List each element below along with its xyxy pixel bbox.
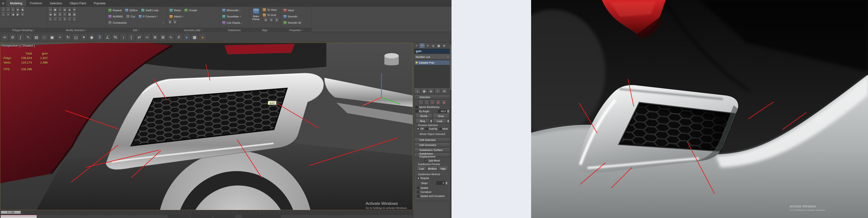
align-x-button[interactable]: X [263,18,268,22]
preview-subobj-radio[interactable]: SubObj [425,127,437,130]
pin-stack-icon[interactable]: ⊥ [414,89,421,94]
mirror-icon[interactable]: ⇄ [135,34,143,41]
edit-geometry-rollout-header[interactable]: +Edit Geometry [414,143,450,147]
select-similar-icon[interactable]: ≈ [63,12,67,16]
ring-shrink-icon[interactable]: ▶ [53,12,57,16]
polygon-modeling-section-label[interactable]: Polygon Modeling▾ [0,28,47,32]
window-crossing-icon[interactable]: ▣ [49,34,56,41]
timeline[interactable]: 0 / 100 [0,210,413,214]
next-modifier-icon[interactable]: ▶ [16,12,20,16]
method-spatial-radio[interactable]: Spatial [417,186,448,189]
geometry-all-section-label[interactable]: Geometry (All)▾ [167,28,219,32]
use-displacement-button[interactable]: Use Displa... [221,20,244,26]
time-slider[interactable]: 0 / 100 [1,211,21,214]
create-tab-icon[interactable]: + [414,43,419,48]
curve-editor-icon[interactable]: ∿ [167,34,175,41]
properties-section-label[interactable]: Properties▾ [281,28,311,32]
preview-multi-radio[interactable]: Multi [439,127,448,130]
align-icon[interactable]: ≍ [144,34,151,41]
swift-loop-button[interactable]: Swift Loop [140,7,160,13]
p-connect-button[interactable]: P Connect▾ [137,14,159,20]
shrink-button[interactable]: Shrink [415,114,432,118]
grow-selection-icon[interactable]: ▣ [53,7,57,12]
repeat-button[interactable]: Repeat [107,7,123,13]
stack-item-editable-poly[interactable]: Editable Poly [414,60,450,65]
tab-freeform[interactable]: Freeform [26,0,46,6]
select-and-scale-icon[interactable]: ◲ [72,34,80,41]
loop-grow-icon[interactable]: ▲ [67,7,72,12]
subdivision-surface-rollout-header[interactable]: +Subdivision Surface [414,148,450,152]
remove-modifier-icon[interactable]: × [434,89,441,94]
hierarchy-tab-icon[interactable]: ≡ [425,43,430,48]
angle-snap-icon[interactable]: ∠ [104,34,111,41]
display-tab-icon[interactable]: ▦ [436,43,441,48]
loop-button[interactable]: Loop [433,119,447,123]
smooth-30-button[interactable]: Smooth 30 [282,20,303,26]
select-by-vertex-icon[interactable]: ∵ [67,17,72,21]
ring-grow-icon[interactable]: ◀ [48,12,53,16]
tab-object-paint[interactable]: Object Paint [66,0,90,6]
spinner-value[interactable]: 3 [436,181,445,185]
unlink-selection-icon[interactable]: ⊘ [9,34,16,41]
attach-button[interactable]: Attach▾ [168,14,185,20]
spinner-snap-icon[interactable]: ↕ [120,34,127,41]
relax-button[interactable]: Relax [168,7,182,13]
make-unique-icon[interactable]: ◈ [428,89,434,94]
hard-edges-button[interactable]: Hard [282,7,295,13]
select-by-numeric-icon[interactable]: # [63,17,67,21]
collapse-stack-icon[interactable]: ≡ [20,12,25,16]
soft-selection-rollout-header[interactable]: +Soft Selection [414,138,450,142]
motion-tab-icon[interactable]: ◎ [431,43,436,48]
collapse-icon[interactable]: − [415,96,418,98]
method-regular-radio[interactable]: Regular [417,177,448,179]
subdivision-section-label[interactable]: Subdivision [219,28,249,32]
make-planar-button[interactable]: Make Planar [251,7,261,27]
modify-selection-section-label[interactable]: Modify Selection▾ [47,28,105,32]
select-and-link-icon[interactable]: ∞ [1,34,8,41]
tessellate-button[interactable]: Tessellate▾ [221,14,242,20]
ignore-backfacing-icon[interactable]: ◐ [72,17,76,21]
dot-loop-icon[interactable]: ⋯ [53,17,57,21]
element-mode-icon[interactable]: ◆ [20,7,25,12]
steps-spinner[interactable]: 3 [436,181,447,185]
preview-off-radio[interactable]: Off [417,127,424,130]
spinner-value[interactable]: 45.0 [438,109,447,113]
tab-selection[interactable]: Selection [46,0,66,6]
use-pivot-center-icon[interactable]: ◉ [88,34,95,41]
viewport[interactable]: Perspective ] [ Shaded ] Totalgum Polys:… [0,43,413,210]
by-angle-checkbox[interactable] [415,110,418,112]
spinner-arrows-icon[interactable] [445,182,447,184]
by-angle-spinner[interactable]: 45.0 [438,109,449,113]
modifier-list-dropdown[interactable]: Modifier List▼ [414,54,450,59]
selection-region-icon[interactable]: □ [40,34,48,41]
material-editor-icon[interactable]: ● [183,34,190,41]
subdivision-displacement-rollout-header[interactable]: −Subdivision Displacement [414,153,450,157]
coordinate-z-field[interactable] [213,215,235,218]
shrink-selection-icon[interactable]: ▭ [48,7,53,12]
select-by-name-icon[interactable]: ▤ [33,34,40,41]
tab-populate[interactable]: Populate [90,0,109,6]
preset-medium-button[interactable]: Medium [427,167,437,171]
expand-icon[interactable]: + [415,144,418,146]
ring-selection-icon[interactable]: ◍ [63,7,67,12]
modify-tab-icon[interactable]: ◠ [420,43,425,48]
maxscript-mini-listener[interactable] [1,215,37,216]
vertex-subobject-icon[interactable]: ∴ [418,100,424,105]
snap-toggle-icon[interactable]: 3 [96,34,103,41]
expand-icon[interactable]: + [415,149,418,151]
layer-manager-icon[interactable]: ≣ [151,34,159,41]
percent-snap-icon[interactable]: % [112,34,119,41]
selection-rollout-header[interactable]: −Selection [414,95,450,99]
coordinate-x-field[interactable] [168,215,189,218]
ignore-backfacing-checkbox[interactable] [415,106,418,108]
align-z-button[interactable]: Z [274,18,279,22]
loop-selection-icon[interactable]: ◌ [58,7,62,12]
edit-section-label[interactable]: Edit▾ [105,28,166,32]
to-view-button[interactable]: To View [262,7,279,12]
maxscript-listener-line[interactable] [1,217,37,218]
named-selection-sets-icon[interactable]: { [128,34,135,41]
split-mesh-checkbox[interactable] [425,159,427,162]
preset-low-button[interactable]: Low [416,167,427,171]
polygon-subobject-icon[interactable]: ■ [436,100,441,105]
tab-modeling[interactable]: Modeling [6,0,26,6]
